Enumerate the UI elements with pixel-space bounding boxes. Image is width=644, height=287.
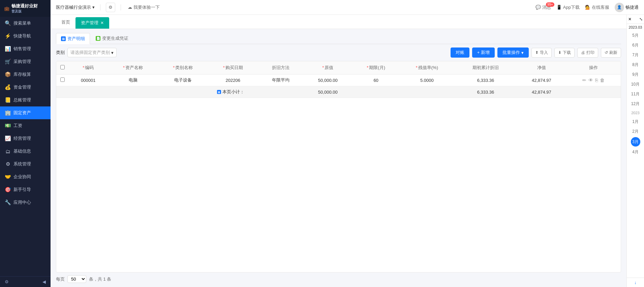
- sub-tabs: ▦ 资产明细 📄 变更生成凭证: [56, 33, 621, 44]
- sidebar-item-system[interactable]: ⚙ 系统管理: [0, 158, 51, 170]
- tab-home[interactable]: 首页: [56, 17, 75, 29]
- delete-icon[interactable]: 🗑: [600, 77, 605, 83]
- filter-category-select[interactable]: 请选择固定资产类别 ▾: [67, 48, 117, 57]
- sidebar-item-enterprise[interactable]: 🤝 企业协同: [0, 170, 51, 183]
- sidebar-item-guide[interactable]: 🎯 新手引导: [0, 183, 51, 196]
- copy-icon[interactable]: ⎘: [595, 77, 598, 83]
- payroll-icon: 💵: [5, 123, 11, 129]
- row-purchase-date: 202206: [208, 74, 258, 86]
- month-item-5[interactable]: 5月: [627, 31, 644, 40]
- topbar: 医疗器械行业演示 ▾ ⚙ ☁ 我要体验一下 💬 消息 99+ 📱 App下载 💁…: [51, 0, 644, 15]
- quicknav-icon: ⚡: [5, 33, 11, 39]
- import-button[interactable]: ⬆ 导入: [531, 48, 552, 58]
- fixed-assets-icon: 🏢: [5, 110, 11, 116]
- col-purchase-date: *购买日期: [208, 61, 258, 74]
- messages-button[interactable]: 💬 消息 99+: [535, 4, 551, 10]
- sidebar-item-operations[interactable]: 📈 经营管理: [0, 132, 51, 145]
- user-menu[interactable]: 👤 畅捷通: [615, 3, 639, 12]
- col-residual-rate: *残值率(%): [400, 61, 455, 74]
- edit-icon[interactable]: ✏: [582, 77, 586, 83]
- row-checkbox[interactable]: [56, 74, 68, 86]
- col-name: *资产名称: [108, 61, 158, 74]
- sidebar-item-payroll[interactable]: 💵 工资: [0, 119, 51, 132]
- messages-badge: 99+: [546, 2, 554, 7]
- pagination-bar: 每页 50 100 200 条，共 1 条: [56, 273, 621, 283]
- print-button[interactable]: 🖨 打印: [577, 48, 598, 58]
- filter-label: 类别: [56, 50, 65, 56]
- sub-tab-voucher-gen[interactable]: 📄 变更生成凭证: [91, 33, 133, 44]
- app-download-label: App下载: [563, 4, 580, 10]
- sidebar-item-ledger[interactable]: 📒 总账管理: [0, 94, 51, 106]
- subtotal-residual: [400, 86, 455, 98]
- logo-icon: 💼: [4, 6, 9, 11]
- download-label: 下载: [563, 50, 571, 56]
- close-panel-icon[interactable]: ✕: [628, 17, 632, 22]
- filter-dropdown-icon: ▾: [111, 50, 114, 55]
- tab-close-icon[interactable]: ✕: [100, 21, 104, 25]
- sidebar-item-app-center[interactable]: 🔧 应用中心: [0, 196, 51, 209]
- month-item-12[interactable]: 12月: [627, 99, 644, 109]
- sidebar-item-inventory[interactable]: 📦 库存核算: [0, 68, 51, 81]
- sidebar-item-quicknav[interactable]: ⚡ 快捷导航: [0, 30, 51, 42]
- experience-button[interactable]: ☁ 我要体验一下: [128, 4, 160, 10]
- row-accumulated: 6,333.36: [454, 74, 517, 86]
- guide-icon: 🎯: [5, 187, 11, 193]
- page-size-select[interactable]: 50 100 200: [67, 275, 86, 283]
- sidebar-item-purchase[interactable]: 🛒 采购管理: [0, 55, 51, 68]
- sidebar-item-funds[interactable]: 💰 资金管理: [0, 81, 51, 94]
- sidebar-item-funds-label: 资金管理: [13, 84, 31, 90]
- sub-tab-voucher-gen-label: 变更生成凭证: [102, 35, 128, 41]
- sidebar-item-search[interactable]: 🔍 搜索菜单: [0, 17, 51, 30]
- add-new-button[interactable]: + 新增: [472, 47, 495, 58]
- month-item-11[interactable]: 11月: [627, 89, 644, 99]
- month-item-4[interactable]: 4月: [627, 147, 644, 157]
- panel-year-label: 2023.03: [627, 24, 644, 31]
- month-item-9[interactable]: 9月: [627, 70, 644, 79]
- select-all-checkbox[interactable]: [60, 65, 65, 69]
- sidebar-item-fixed-assets[interactable]: 🏢 固定资产: [0, 106, 51, 119]
- toolbar-left: 类别 请选择固定资产类别 ▾: [56, 48, 448, 57]
- batch-ops-button[interactable]: 批量操作 ▾: [497, 47, 529, 58]
- row-select-checkbox[interactable]: [60, 77, 65, 82]
- company-dropdown-icon: ▾: [92, 5, 95, 10]
- sidebar-item-operations-label: 经营管理: [13, 135, 31, 141]
- month-item-10[interactable]: 10月: [627, 79, 644, 89]
- right-panel-footer[interactable]: ↓: [627, 278, 644, 287]
- batch-ops-label: 批量操作: [502, 50, 520, 56]
- subtotal-empty-3: [108, 86, 158, 98]
- col-net-value: 净值: [517, 61, 566, 74]
- sidebar-item-basic-info[interactable]: 🗂 基础信息: [0, 145, 51, 158]
- print-label: 打印: [586, 50, 594, 56]
- tab-asset-management[interactable]: 资产管理 ✕: [75, 17, 109, 29]
- import-icon: ⬆: [535, 50, 539, 55]
- sidebar-item-payroll-label: 工资: [13, 123, 22, 129]
- month-item-8[interactable]: 8月: [627, 60, 644, 70]
- download-button[interactable]: ⬇ 下载: [554, 48, 575, 58]
- expand-panel-icon[interactable]: ⤡: [639, 17, 643, 22]
- month-item-3-active[interactable]: 3月: [631, 137, 640, 147]
- assets-table: *编码 *资产名称 *类别名称 *购买日期 折旧方法 *原值 *期限(月) *残…: [56, 61, 621, 98]
- month-item-2[interactable]: 2月: [627, 127, 644, 136]
- gear-button[interactable]: ⚙: [106, 3, 115, 12]
- company-selector[interactable]: 医疗器械行业演示 ▾: [56, 4, 95, 10]
- month-item-6[interactable]: 6月: [627, 40, 644, 50]
- subtotal-net-value: 42,874.97: [517, 86, 566, 98]
- month-item-1[interactable]: 1月: [627, 117, 644, 127]
- right-panel-scroll: 5月 6月 7月 8月 9月 10月 11月 12月 2023 1月 2月 3月…: [627, 31, 644, 278]
- col-category: *类别名称: [158, 61, 208, 74]
- batch-ops-dropdown-icon: ▾: [521, 50, 524, 55]
- month-item-7[interactable]: 7月: [627, 50, 644, 60]
- ledger-icon: 📒: [5, 97, 11, 103]
- online-service-button[interactable]: 💁 在线客服: [585, 4, 609, 10]
- sub-tab-asset-detail[interactable]: ▦ 资产明细: [56, 33, 90, 44]
- collapse-icon[interactable]: ◀: [42, 279, 46, 284]
- reconcile-button[interactable]: 对账: [451, 47, 469, 58]
- view-icon[interactable]: 👁: [588, 77, 593, 83]
- app-download-button[interactable]: 📱 App下载: [556, 4, 580, 10]
- avatar: 👤: [615, 3, 624, 12]
- sidebar-item-quicknav-label: 快捷导航: [13, 33, 31, 39]
- settings-icon[interactable]: ⚙: [5, 279, 9, 284]
- sidebar-item-basic-info-label: 基础信息: [13, 148, 31, 154]
- sidebar-item-sales[interactable]: 📊 销售管理: [0, 42, 51, 55]
- refresh-button[interactable]: ↺ 刷新: [601, 48, 621, 58]
